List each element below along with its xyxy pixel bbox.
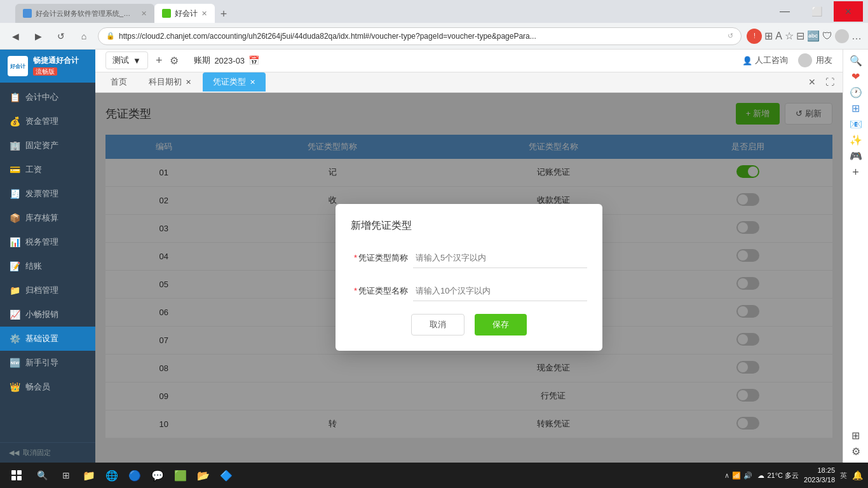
tab-subject-close[interactable]: ✕ <box>186 78 191 86</box>
settings-sidebar-icon[interactable]: ⚙ <box>851 445 860 458</box>
search-icon-right[interactable]: 🔍 <box>850 55 862 67</box>
taskbar-task-view[interactable]: ⊞ <box>56 465 76 485</box>
lang-indicator[interactable]: 英 <box>840 471 847 480</box>
taskbar-chrome[interactable]: 🔵 <box>125 465 145 485</box>
sidebar-item-archive[interactable]: 📁 归档管理 <box>0 278 95 302</box>
add-workspace-icon[interactable]: + <box>156 54 163 67</box>
tab-bar: 好会计云财务软件管理系统_会计 ✕ 好会计 ✕ + — ⬜ ✕ <box>0 0 868 23</box>
logo-badge: 流畅版 <box>33 67 57 76</box>
win-minimize-btn[interactable]: — <box>770 1 799 22</box>
sidebar-item-guide[interactable]: 🆕 新手引导 <box>0 351 95 375</box>
user-info[interactable]: 用友 <box>798 53 832 67</box>
profile-icon[interactable] <box>835 29 849 43</box>
sidebar-item-finance[interactable]: 💰 资金管理 <box>0 109 95 133</box>
modal-dialog: 新增凭证类型 *凭证类型简称 *凭证类型名称 取消 <box>336 204 602 351</box>
tab-minimize-icon[interactable]: ✕ <box>804 74 820 90</box>
collections-icon[interactable]: ⊞ <box>851 102 860 114</box>
history-icon[interactable]: 🕐 <box>850 86 862 98</box>
sidebar-item-invoice[interactable]: 🧾 发票管理 <box>0 182 95 206</box>
sidebar-item-tax[interactable]: 📊 税务管理 <box>0 230 95 254</box>
nav-back-btn[interactable]: ◀ <box>6 27 24 45</box>
sidebar-item-salary[interactable]: 💳 工资 <box>0 158 95 182</box>
volume-icon[interactable]: 🔊 <box>743 471 752 480</box>
taskbar-edge2[interactable]: 🔷 <box>216 465 236 485</box>
sidebar-label-settings: 基础设置 <box>25 333 58 344</box>
more-icon[interactable]: … <box>851 30 862 42</box>
taskbar-search[interactable]: 🔍 <box>31 465 53 485</box>
tab2-close[interactable]: ✕ <box>201 10 207 18</box>
extension-1[interactable]: ! <box>747 29 762 44</box>
nav-home-btn[interactable]: ⌂ <box>75 27 93 45</box>
tab1-close[interactable]: ✕ <box>141 10 147 18</box>
form-row-name: *凭证类型名称 <box>351 281 587 301</box>
notification-icon[interactable]: 🔔 <box>852 470 863 480</box>
report-icon: 📈 <box>9 309 20 320</box>
nav-forward-btn[interactable]: ▶ <box>29 27 47 45</box>
time-display: 18:25 <box>804 466 835 475</box>
folder-icon: 📂 <box>197 470 210 482</box>
tab-expand-icon[interactable]: ⛶ <box>822 74 837 90</box>
tab-subject[interactable]: 科目期初 ✕ <box>139 72 201 92</box>
name-label-text: 凭证类型名称 <box>358 286 408 295</box>
favorites-icon[interactable]: ❤ <box>851 71 860 83</box>
dashboard-icon: 📋 <box>9 92 20 102</box>
taskbar-explorer[interactable]: 📁 <box>79 465 99 485</box>
browser-tab-1[interactable]: 好会计云财务软件管理系统_会计 ✕ <box>15 4 154 23</box>
taskbar-appstore[interactable]: 🟩 <box>170 465 191 485</box>
win-maximize-btn[interactable]: ⬜ <box>802 1 831 22</box>
save-btn[interactable]: 保存 <box>475 314 527 336</box>
sidebar-label-finance: 资金管理 <box>25 116 58 127</box>
tab-voucher-type[interactable]: 凭证类型 ✕ <box>203 72 266 92</box>
outlook-icon[interactable]: 📧 <box>850 118 862 130</box>
settings-gear-icon[interactable]: ⚙ <box>170 55 179 67</box>
cancel-btn[interactable]: 取消 <box>411 314 465 336</box>
game-icon[interactable]: 🎮 <box>850 150 862 162</box>
guide-icon: 🆕 <box>9 358 20 368</box>
copilot-icon[interactable]: ✨ <box>850 134 862 146</box>
taskbar-wechat[interactable]: 💬 <box>147 465 168 485</box>
sidebar-item-dashboard[interactable]: 📋 会计中心 <box>0 85 95 109</box>
sidebar-label-guide: 新手引导 <box>25 357 58 369</box>
sidebar-item-assets[interactable]: 🏢 固定资产 <box>0 133 95 158</box>
taskbar-search-icon: 🔍 <box>37 470 48 480</box>
short-input[interactable] <box>413 248 587 268</box>
start-btn[interactable] <box>5 464 28 487</box>
invoice-icon: 🧾 <box>9 189 20 199</box>
sidebar-item-settings[interactable]: ⚙️ 基础设置 <box>0 327 95 351</box>
sidebar-footer[interactable]: ◀◀ 取消固定 <box>0 442 95 463</box>
name-input[interactable] <box>413 281 587 301</box>
font-icon[interactable]: A <box>775 30 782 42</box>
network-icon[interactable]: 📶 <box>732 471 741 480</box>
translate-icon[interactable]: 🔤 <box>807 30 820 42</box>
chevron-up-icon[interactable]: ∧ <box>724 471 729 480</box>
consult-btn[interactable]: 👤 人工咨询 <box>742 55 788 66</box>
address-input-container[interactable]: 🔒 https://cloud2.chanjet.com/accounting/… <box>98 27 742 45</box>
sidebar-item-inventory[interactable]: 📦 库存核算 <box>0 206 95 230</box>
star-icon[interactable]: ☆ <box>785 30 794 42</box>
customize-icon[interactable]: ⊞ <box>851 430 860 442</box>
taskbar-folder[interactable]: 📂 <box>193 465 214 485</box>
tab-home[interactable]: 首页 <box>100 72 137 92</box>
name-label: *凭证类型名称 <box>351 285 408 297</box>
taskbar-edge[interactable]: 🌐 <box>102 465 122 485</box>
taskbar-time[interactable]: 18:25 2023/3/18 <box>804 466 835 485</box>
workspace-select[interactable]: 测试 ▼ <box>105 51 148 69</box>
browser-tab-2[interactable]: 好会计 ✕ <box>154 4 215 23</box>
calendar-icon[interactable]: 📅 <box>248 55 259 65</box>
taskbar-weather[interactable]: ☁ 21°C 多云 <box>757 471 799 480</box>
explorer-icon: 📁 <box>83 470 95 482</box>
sidebar-item-report[interactable]: 📈 小畅报销 <box>0 302 95 327</box>
shield-icon[interactable]: 🛡 <box>822 30 832 42</box>
split-icon[interactable]: ⊟ <box>796 30 804 42</box>
sidebar-item-member[interactable]: 👑 畅会员 <box>0 375 95 399</box>
taskbar-sys-icons: ∧ 📶 🔊 <box>724 471 752 480</box>
nav-refresh-btn[interactable]: ↺ <box>52 27 70 45</box>
required-star-1: * <box>354 253 357 262</box>
tab-voucher-type-close[interactable]: ✕ <box>250 78 255 86</box>
new-tab-btn[interactable]: + <box>215 5 233 23</box>
bookmark-icon[interactable]: ⊞ <box>764 30 773 42</box>
sidebar-footer-label: 取消固定 <box>23 448 51 458</box>
sidebar-item-settle[interactable]: 📝 结账 <box>0 254 95 278</box>
add-sidebar-icon[interactable]: + <box>852 166 859 179</box>
win-close-btn[interactable]: ✕ <box>834 1 863 22</box>
